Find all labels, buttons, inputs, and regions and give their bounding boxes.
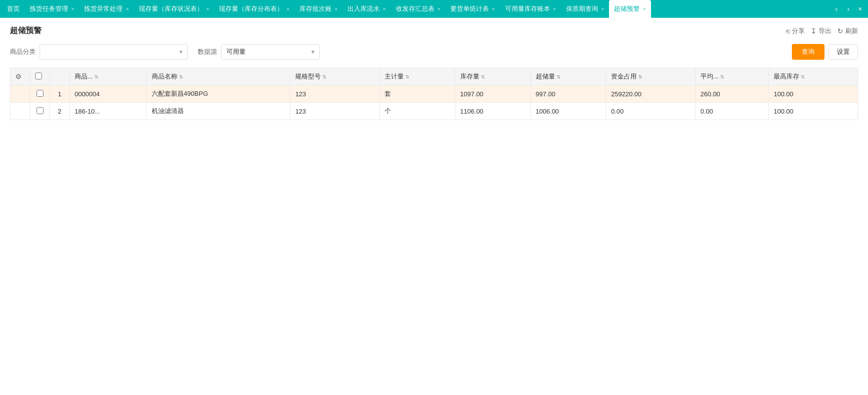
th-average: 平均... ⇅	[695, 68, 769, 85]
th-average-label: 平均...	[700, 72, 719, 81]
sort-stock[interactable]: 库存量 ⇅	[460, 72, 485, 81]
th-maxstock-label: 最高库存	[774, 72, 799, 81]
settings-button[interactable]: 设置	[828, 44, 858, 60]
nav-prev-arrow[interactable]: ‹	[830, 0, 842, 18]
nav-close-arrow[interactable]: ×	[854, 0, 866, 18]
nav-item-label-6: 出入库流水	[347, 4, 380, 13]
sort-name[interactable]: 商品名称 ⇅	[152, 72, 183, 81]
th-overstock-label: 超储量	[536, 72, 555, 81]
row-checkbox-0[interactable]	[37, 90, 43, 97]
row-gear-0	[10, 85, 30, 103]
nav-item-10[interactable]: 保质期查询×	[561, 0, 609, 18]
top-nav: 首页拣货任务管理×拣货异常处理×现存量（库存状况表）×现存量（库存分布表）×库存…	[0, 0, 868, 18]
nav-item-3[interactable]: 现存量（库存状况表）×	[134, 0, 214, 18]
sort-code-icon: ⇅	[94, 74, 98, 79]
select-all-checkbox[interactable]	[35, 73, 42, 79]
sort-spec-icon: ⇅	[322, 74, 326, 79]
nav-item-2[interactable]: 拣货异常处理×	[79, 0, 133, 18]
table-row: 1 0000004 六配套新昌490BPG 123 套 1097.00 997.…	[10, 85, 858, 103]
table-header: ⚙ 商品... ⇅ 商品名称 ⇅	[10, 68, 858, 85]
nav-item-4[interactable]: 现存量（库存分布表）×	[214, 0, 294, 18]
nav-item-close-1[interactable]: ×	[71, 6, 74, 12]
row-average-1: 0.00	[695, 103, 769, 120]
nav-item-label-7: 收发存汇总表	[396, 4, 434, 13]
nav-item-9[interactable]: 可用量库存账本×	[500, 0, 561, 18]
nav-item-close-9[interactable]: ×	[553, 6, 556, 12]
datasource-dropdown-icon: ▾	[311, 48, 314, 55]
nav-item-close-10[interactable]: ×	[601, 6, 604, 12]
th-spec: 规格型号 ⇅	[290, 68, 380, 85]
sort-overstock-icon: ⇅	[557, 74, 561, 79]
row-maxstock-1: 100.00	[769, 103, 858, 120]
sort-average-icon: ⇅	[720, 74, 724, 79]
row-name-0: 六配套新昌490BPG	[146, 85, 290, 103]
nav-item-0[interactable]: 首页	[2, 0, 25, 18]
share-action[interactable]: ⎋ 分享	[786, 27, 805, 36]
share-label: 分享	[792, 27, 805, 36]
th-maxstock: 最高库存 ⇅	[769, 68, 858, 85]
nav-next-arrow[interactable]: ›	[842, 0, 854, 18]
table-body: 1 0000004 六配套新昌490BPG 123 套 1097.00 997.…	[10, 85, 858, 120]
nav-item-5[interactable]: 库存批次账×	[295, 0, 343, 18]
sort-unit-icon: ⇅	[405, 74, 409, 79]
row-checkbox-1[interactable]	[37, 107, 43, 114]
nav-item-7[interactable]: 收发存汇总表×	[391, 0, 445, 18]
refresh-action[interactable]: ↻ 刷新	[837, 27, 858, 36]
gear-icon[interactable]: ⚙	[15, 73, 22, 80]
nav-item-close-6[interactable]: ×	[383, 6, 386, 12]
category-select[interactable]: ▾	[40, 44, 188, 60]
nav-item-close-11[interactable]: ×	[643, 6, 646, 12]
sort-capital[interactable]: 资金占用 ⇅	[611, 72, 642, 81]
header-actions: ⎋ 分享 ↧ 导出 ↻ 刷新	[786, 27, 858, 36]
nav-item-8[interactable]: 要货单统计表×	[445, 0, 500, 18]
table-row: 2 186-10... 机油滤清器 123 个 1106.00 1006.00 …	[10, 103, 858, 120]
nav-item-6[interactable]: 出入库流水×	[343, 0, 391, 18]
row-unit-1: 个	[380, 103, 455, 120]
row-capital-1: 0.00	[606, 103, 695, 120]
sort-code[interactable]: 商品... ⇅	[75, 72, 98, 81]
query-button[interactable]: 查询	[792, 44, 825, 60]
page-title: 超储预警	[10, 26, 42, 36]
row-spec-0: 123	[290, 85, 380, 103]
sort-maxstock[interactable]: 最高库存 ⇅	[774, 72, 805, 81]
th-name: 商品名称 ⇅	[146, 68, 290, 85]
th-stock: 库存量 ⇅	[455, 68, 530, 85]
refresh-icon: ↻	[837, 27, 843, 35]
row-overstock-0: 997.00	[530, 85, 606, 103]
sort-stock-icon: ⇅	[481, 74, 485, 79]
datasource-select[interactable]: 可用量 ▾	[221, 44, 320, 60]
th-code-label: 商品...	[75, 72, 93, 81]
sort-maxstock-icon: ⇅	[801, 74, 805, 79]
nav-item-close-2[interactable]: ×	[126, 6, 129, 12]
nav-item-close-3[interactable]: ×	[206, 6, 209, 12]
sort-overstock[interactable]: 超储量 ⇅	[536, 72, 561, 81]
category-label: 商品分类	[10, 47, 36, 56]
filter-buttons: 查询 设置	[792, 44, 858, 60]
row-unit-0: 套	[380, 85, 455, 103]
sort-average[interactable]: 平均... ⇅	[700, 72, 724, 81]
row-stock-1: 1106.00	[455, 103, 530, 120]
nav-item-label-4: 现存量（库存分布表）	[219, 4, 283, 13]
sort-spec[interactable]: 规格型号 ⇅	[295, 72, 326, 81]
refresh-label: 刷新	[845, 27, 858, 36]
filter-row: 商品分类 ▾ 数据源 可用量 ▾ 查询 设置	[10, 44, 858, 60]
sort-name-icon: ⇅	[179, 74, 183, 79]
row-num-0: 1	[50, 85, 70, 103]
th-overstock: 超储量 ⇅	[530, 68, 606, 85]
th-code: 商品... ⇅	[70, 68, 147, 85]
nav-item-close-5[interactable]: ×	[335, 6, 338, 12]
nav-item-1[interactable]: 拣货任务管理×	[25, 0, 79, 18]
th-unit-label: 主计量	[385, 72, 404, 81]
export-action[interactable]: ↧ 导出	[811, 27, 831, 36]
row-overstock-1: 1006.00	[530, 103, 606, 120]
sort-unit[interactable]: 主计量 ⇅	[385, 72, 409, 81]
th-unit: 主计量 ⇅	[380, 68, 455, 85]
row-checkbox-cell-0	[30, 85, 50, 103]
sort-capital-icon: ⇅	[638, 74, 642, 79]
nav-item-close-7[interactable]: ×	[437, 6, 440, 12]
row-code-1: 186-10...	[70, 103, 147, 120]
nav-item-11[interactable]: 超储预警×	[609, 0, 651, 18]
datasource-filter: 数据源 可用量 ▾	[198, 44, 320, 60]
nav-item-close-8[interactable]: ×	[492, 6, 495, 12]
nav-item-close-4[interactable]: ×	[286, 6, 289, 12]
